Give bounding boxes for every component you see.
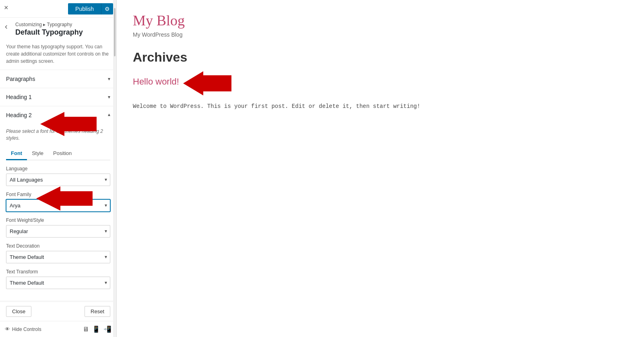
device-icons: 🖥 📱 📲: [83, 325, 111, 333]
accordion-label-heading2: Heading 2: [6, 112, 32, 118]
accordion-heading1: Heading 1 ▾: [0, 88, 116, 106]
scroll-indicator: [113, 0, 116, 337]
close-button[interactable]: ×: [4, 4, 8, 11]
text-decoration-select[interactable]: Theme Default None Underline Overline Li…: [6, 251, 110, 263]
blog-title: My Blog: [133, 12, 628, 29]
text-transform-field: Text Transform Theme Default None Upperc…: [6, 269, 110, 289]
svg-marker-0: [183, 71, 231, 95]
desktop-icon[interactable]: 🖥: [83, 325, 89, 333]
tablet-icon[interactable]: 📱: [92, 325, 100, 333]
info-text: Your theme has typography support. You c…: [0, 40, 116, 70]
font-weight-field: Font Weight/Style Regular Bold Italic Bo…: [6, 217, 110, 238]
font-family-select-wrap: Arya Arial Georgia Times New Roman Robot…: [6, 199, 110, 212]
accordion-header-paragraphs[interactable]: Paragraphs ▾: [0, 70, 116, 88]
panel-footer: Close Reset: [0, 302, 116, 321]
text-transform-label: Text Transform: [6, 269, 110, 275]
hello-world-link[interactable]: Hello world!: [133, 76, 179, 87]
font-weight-label: Font Weight/Style: [6, 217, 110, 223]
blog-tagline: My WordPress Blog: [133, 31, 628, 38]
publish-button[interactable]: Publish: [68, 3, 101, 14]
welcome-text: Welcome to WordPress. This is your first…: [133, 102, 628, 111]
font-family-label: Font Family: [6, 192, 110, 197]
close-section-button[interactable]: Close: [6, 306, 31, 317]
text-decoration-label: Text Decoration: [6, 243, 110, 249]
panel-scroll[interactable]: Paragraphs ▾ Heading 1 ▾ Heading 2 ▾ Ple…: [0, 70, 116, 337]
publish-group: Publish ⚙: [68, 3, 113, 14]
text-transform-select-wrap: Theme Default None Uppercase Lowercase C…: [6, 277, 110, 289]
accordion-header-heading2[interactable]: Heading 2 ▾: [0, 106, 116, 124]
reset-button[interactable]: Reset: [85, 306, 110, 317]
font-weight-select[interactable]: Regular Bold Italic Bold Italic: [6, 225, 110, 238]
chevron-down-icon: ▾: [108, 94, 110, 100]
hide-controls-button[interactable]: 👁 Hide Controls: [5, 326, 41, 332]
back-button[interactable]: ‹: [5, 22, 8, 31]
text-decoration-select-wrap: Theme Default None Underline Overline Li…: [6, 251, 110, 263]
breadcrumb: Customizing ▸ Typography: [15, 22, 110, 27]
hide-controls-label: Hide Controls: [12, 327, 41, 332]
chevron-up-icon: ▾: [108, 112, 110, 118]
mobile-icon[interactable]: 📲: [103, 325, 111, 333]
tab-row: Font Style Position: [6, 147, 110, 160]
archives-title: Archives: [133, 50, 628, 65]
font-family-select[interactable]: Arya Arial Georgia Times New Roman Robot…: [6, 199, 110, 212]
tab-style[interactable]: Style: [27, 147, 48, 160]
arrow-annotation-hello: [183, 71, 231, 97]
language-select[interactable]: All Languages Latin Latin Extended Cyril…: [6, 174, 110, 186]
preview-area: My Blog My WordPress Blog Archives Hello…: [117, 0, 644, 337]
language-label: Language: [6, 166, 110, 172]
scroll-thumb: [114, 8, 116, 56]
accordion-label-heading1: Heading 1: [6, 94, 32, 100]
font-weight-select-wrap: Regular Bold Italic Bold Italic: [6, 225, 110, 238]
accordion-heading2: Heading 2 ▾ Please select a font for the…: [0, 106, 116, 301]
text-transform-select[interactable]: Theme Default None Uppercase Lowercase C…: [6, 277, 110, 289]
hello-world-row: Hello world!: [133, 71, 628, 97]
publish-settings-button[interactable]: ⚙: [101, 3, 113, 14]
top-bar: × Publish ⚙: [0, 0, 116, 18]
accordion-label-paragraphs: Paragraphs: [6, 76, 35, 82]
section-title: Default Typography: [15, 27, 110, 40]
chevron-down-icon: ▾: [108, 76, 110, 82]
customizer-panel: × Publish ⚙ ‹ Customizing ▸ Typography D…: [0, 0, 117, 337]
text-decoration-field: Text Decoration Theme Default None Under…: [6, 243, 110, 263]
tab-font[interactable]: Font: [6, 147, 27, 160]
accordion-header-heading1[interactable]: Heading 1 ▾: [0, 88, 116, 106]
language-select-wrap: All Languages Latin Latin Extended Cyril…: [6, 174, 110, 186]
tab-position[interactable]: Position: [48, 147, 76, 160]
accordion-body-heading2: Please select a font for the themes head…: [0, 124, 116, 301]
language-field: Language All Languages Latin Latin Exten…: [6, 166, 110, 186]
accordion-paragraphs: Paragraphs ▾: [0, 70, 116, 88]
heading2-hint: Please select a font for the themes head…: [6, 128, 110, 142]
eye-icon: 👁: [5, 326, 10, 332]
font-family-field: Font Family Arya Arial Georgia Times New…: [6, 192, 110, 212]
bottom-bar: 👁 Hide Controls 🖥 📱 📲: [0, 321, 116, 337]
breadcrumb-area: ‹ Customizing ▸ Typography Default Typog…: [0, 18, 116, 40]
